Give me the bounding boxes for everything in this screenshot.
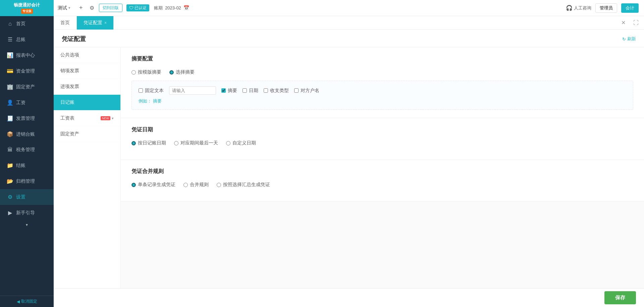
sidebar-scroll-down[interactable]: ▼ [0,221,54,229]
fixed-text-checkbox[interactable] [139,88,143,93]
save-button[interactable]: 保存 [604,291,636,304]
pin-sidebar-button[interactable]: ◀ 取消固定 [0,296,54,307]
journal-date-option[interactable]: 按日记账日期 [131,140,166,146]
custom-date-option[interactable]: 自定义日期 [226,140,256,146]
journal-date-radio[interactable] [131,141,136,145]
sidebar-item-guide[interactable]: ▶ 新手引导 [0,205,54,221]
summary-title: 摘要配置 [131,55,633,62]
tab-home-label: 首页 [60,20,70,26]
sidebar-item-sales[interactable]: 📦 进销台账 [0,126,54,142]
bottom-bar: 保存 [54,288,644,307]
counterparty-check-span: 对方户名 [301,88,319,94]
page-content: 凭证配置 ↻ 刷新 公共选项 销项发票 进项发票 日记账 工资表 [54,30,644,288]
refresh-button[interactable]: ↻ 刷新 [622,36,636,42]
close-panel-button[interactable]: ✕ [618,17,629,28]
paytype-checkbox[interactable] [264,88,268,93]
sidebar-label-report: 报表中心 [16,52,35,58]
add-button[interactable]: + [77,3,85,13]
left-nav: 公共选项 销项发票 进项发票 日记账 工资表 NEW ▾ 固定资产 [54,47,121,288]
settings-icon[interactable]: ⚙ [88,3,96,12]
tab-home[interactable]: 首页 [54,16,77,30]
fixed-asset-icon: 🏢 [7,84,13,90]
tab-close-icon[interactable]: × [104,20,107,25]
tab-voucher-config[interactable]: 凭证配置 × [77,16,114,30]
tab-active-label: 凭证配置 [84,20,102,26]
company-selector[interactable]: 测试 ▾ [58,5,70,11]
single-record-label: 单条记录生成凭证 [138,182,175,188]
sidebar-item-invoice[interactable]: 🧾 发票管理 [0,111,54,126]
calendar-icon[interactable]: 📅 [183,5,189,10]
period-label: 账期 2023-02 📅 [154,5,190,11]
sidebar-label-closing: 结账 [16,163,25,169]
left-nav-fixed-assets[interactable]: 固定资产 [54,126,120,142]
consult-button[interactable]: 🎧 人工咨询 [566,5,591,11]
sidebar-label-capital: 资金管理 [16,68,35,74]
summary-check-label[interactable]: 摘要 [221,88,237,94]
sidebar-item-settings[interactable]: ⚙ 设置 [0,189,54,205]
select-merge-radio[interactable] [217,183,221,187]
single-record-option[interactable]: 单条记录生成凭证 [131,182,175,188]
page-title: 凭证配置 [62,35,86,43]
custom-date-radio[interactable] [226,141,230,145]
sidebar-label-archive: 归档管理 [16,178,35,184]
sidebar-label-home: 首页 [16,21,25,27]
fixed-text-check-label[interactable]: 固定文本 [139,88,164,94]
top-right-area: 🎧 人工咨询 管理员 会计 [566,3,639,13]
period-last-radio[interactable] [174,141,178,145]
date-checkbox[interactable] [243,88,247,93]
logo-edition: 专业版 [21,9,33,14]
sidebar-item-report[interactable]: 📊 报表中心 [0,47,54,63]
sidebar-item-fixed-asset[interactable]: 🏢 固定资产 [0,79,54,95]
capital-icon: 💳 [7,68,13,74]
expand-panel-button[interactable]: ⛶ [631,17,641,28]
select-summary-option[interactable]: 选择摘要 [169,69,195,75]
accountant-button[interactable]: 会计 [621,3,639,13]
period-last-option[interactable]: 对应期间最后一天 [174,140,218,146]
summary-check-span: 摘要 [228,88,237,94]
page-header: 凭证配置 ↻ 刷新 [54,30,644,47]
tab-controls: ✕ ⛶ [618,17,644,28]
sidebar-item-archive[interactable]: 📂 归档管理 [0,173,54,189]
counterparty-checkbox[interactable] [294,88,299,93]
switch-version-button[interactable]: 切到旧版 [99,4,122,12]
fixed-text-input[interactable] [169,86,216,95]
content-area: 首页 凭证配置 × ✕ ⛶ 凭证配置 ↻ 刷新 [54,16,644,307]
sidebar-item-home[interactable]: ⌂ 首页 [0,16,54,32]
sidebar-item-salary[interactable]: 👤 工资 [0,95,54,111]
summary-checkbox[interactable] [221,88,226,93]
summary-detail-row: 固定文本 摘要 日期 [139,86,626,95]
date-title: 凭证日期 [131,126,633,133]
merge-radio-group: 单条记录生成凭证 合并规则 按照选择汇总生成凭证 [131,182,633,188]
left-nav-purchase-invoice[interactable]: 进项发票 [54,79,120,95]
sidebar-item-capital[interactable]: 💳 资金管理 [0,63,54,79]
sidebar-item-ledger[interactable]: ☰ 总账 [0,32,54,47]
date-section: 凭证日期 按日记账日期 对应期间最后一天 [121,118,644,160]
sidebar-label-invoice: 发票管理 [16,116,35,122]
merge-rule-radio[interactable] [183,183,188,187]
left-nav-public[interactable]: 公共选项 [54,47,120,63]
date-check-label[interactable]: 日期 [243,88,258,94]
select-merge-option[interactable]: 按照选择汇总生成凭证 [217,182,270,188]
select-summary-radio[interactable] [169,70,174,75]
verified-label: 已认证 [135,5,147,11]
template-summary-radio[interactable] [131,70,136,75]
counterparty-check-label[interactable]: 对方户名 [294,88,319,94]
admin-button[interactable]: 管理员 [595,3,617,13]
template-summary-option[interactable]: 按模版摘要 [131,69,161,75]
headset-icon: 🎧 [566,5,573,11]
sales-icon: 📦 [7,131,13,137]
single-record-radio[interactable] [131,183,136,187]
left-nav-payroll[interactable]: 工资表 NEW ▾ [54,111,120,126]
paytype-check-label[interactable]: 收支类型 [264,88,289,94]
merge-rule-option[interactable]: 合并规则 [183,182,209,188]
left-nav-sales-invoice[interactable]: 销项发票 [54,63,120,79]
scroll-down-icon: ▼ [25,223,29,227]
left-nav-journal[interactable]: 日记账 [54,95,120,111]
period-last-label: 对应期间最后一天 [180,140,218,146]
report-icon: 📊 [7,52,13,58]
verified-badge: 🛡 已认证 账期 2023-02 📅 [126,4,190,11]
sidebar-item-tax[interactable]: 🏛 税务管理 [0,142,54,158]
sidebar-item-closing[interactable]: 📁 结账 [0,158,54,173]
two-panel: 公共选项 销项发票 进项发票 日记账 工资表 NEW ▾ 固定资产 [54,47,644,288]
app-logo: 畅捷通好会计 专业版 [0,0,54,16]
